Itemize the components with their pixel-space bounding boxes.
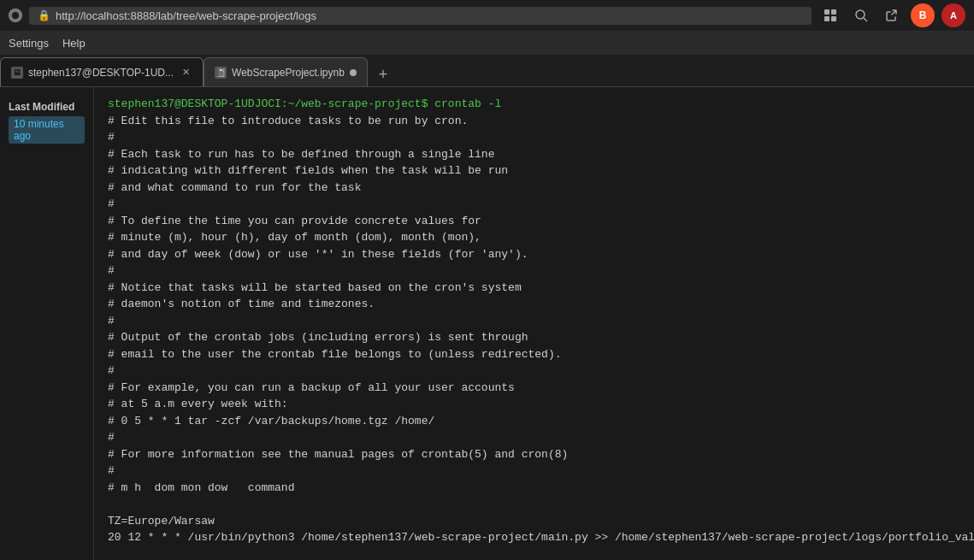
menu-bar: Settings Help: [0, 31, 974, 55]
svg-rect-2: [831, 9, 836, 15]
zoom-button[interactable]: [849, 3, 873, 27]
sidebar-last-modified: Last Modified 10 minutes ago: [0, 94, 93, 150]
terminal-line-13: # Output of the crontab jobs (including …: [108, 329, 960, 346]
terminal-line-17: # at 5 a.m every week with:: [108, 396, 960, 413]
terminal-line-3: # indicating with different fields when …: [108, 162, 960, 180]
svg-point-5: [856, 10, 865, 19]
terminal-line-20: # For more information see the manual pa…: [108, 446, 960, 463]
address-bar[interactable]: 🔒 http://localhost:8888/lab/tree/web-scr…: [29, 7, 812, 25]
new-tab-button[interactable]: +: [371, 62, 395, 86]
terminal-line-15: #: [108, 363, 960, 380]
terminal-line-9: #: [108, 262, 960, 280]
tab-notebook[interactable]: 📓 WebScrapeProject.ipynb: [204, 57, 368, 86]
terminal-line-6: # To define the time you can provide con…: [108, 213, 960, 230]
main-content: Last Modified 10 minutes ago stephen137@…: [0, 87, 974, 560]
terminal-line-10: # Notice that tasks will be started base…: [108, 280, 960, 297]
terminal-area[interactable]: stephen137@DESKTOP-1UDJOCI:~/web-scrape-…: [94, 87, 974, 560]
terminal-line-4: # and what command to run for the task: [108, 180, 960, 197]
terminal-line-5: #: [108, 196, 960, 213]
extensions-button[interactable]: [818, 3, 842, 27]
svg-point-0: [11, 11, 20, 20]
share-button[interactable]: [880, 3, 904, 27]
svg-rect-4: [831, 16, 836, 21]
terminal-line-16: # For example, you can run a backup of a…: [108, 380, 960, 397]
tab-notebook-favicon: 📓: [215, 67, 227, 79]
tab-notebook-label: WebScrapeProject.ipynb: [232, 67, 345, 79]
last-modified-value: 10 minutes ago: [9, 116, 85, 144]
terminal-line-8: # and day of week (dow) or use '*' in th…: [108, 246, 960, 263]
terminal-line-11: # daemon's notion of time and timezones.: [108, 296, 960, 313]
tab-terminal-close[interactable]: ✕: [179, 66, 192, 80]
menu-settings[interactable]: Settings: [9, 37, 49, 50]
browser-icon: [9, 9, 22, 22]
terminal-line-19: #: [108, 429, 960, 446]
tab-notebook-unsaved-dot: [350, 69, 357, 76]
svg-rect-3: [824, 16, 829, 21]
adblock-icon: A: [942, 3, 965, 27]
browser-chrome: 🔒 http://localhost:8888/lab/tree/web-scr…: [0, 0, 974, 55]
tab-terminal[interactable]: 🖥 stephen137@DESKTOP-1UD... ✕: [0, 57, 204, 86]
terminal-line-12: #: [108, 313, 960, 330]
terminal-blank: [108, 496, 960, 513]
last-modified-label: Last Modified: [9, 101, 85, 113]
tab-bar: 🖥 stephen137@DESKTOP-1UD... ✕ 📓 WebScrap…: [0, 55, 974, 87]
address-text: http://localhost:8888/lab/tree/web-scrap…: [56, 9, 316, 22]
browser-actions: B A: [818, 3, 965, 27]
brave-icon: B: [911, 3, 935, 27]
terminal-line-21: #: [108, 463, 960, 480]
terminal-prompt-1: stephen137@DESKTOP-1UDJOCI:~/web-scrape-…: [108, 96, 960, 113]
terminal-line-7: # minute (m), hour (h), day of month (do…: [108, 229, 960, 246]
terminal-line-1: #: [108, 129, 960, 146]
terminal-tz: TZ=Europe/Warsaw: [108, 513, 960, 530]
terminal-line-0: # Edit this file to introduce tasks to b…: [108, 113, 960, 130]
menu-help[interactable]: Help: [62, 37, 86, 50]
terminal-prompt-2: stephen137@DESKTOP-1UDJOCI:~/web-scrape-…: [108, 546, 960, 561]
tab-terminal-label: stephen137@DESKTOP-1UD...: [28, 67, 174, 79]
title-bar: 🔒 http://localhost:8888/lab/tree/web-scr…: [0, 0, 974, 31]
svg-line-6: [864, 18, 867, 21]
terminal-line-2: # Each task to run has to be defined thr…: [108, 146, 960, 163]
terminal-cron: 20 12 * * * /usr/bin/python3 /home/steph…: [108, 529, 960, 546]
lock-icon: 🔒: [38, 9, 50, 21]
sidebar: Last Modified 10 minutes ago: [0, 87, 94, 560]
svg-rect-1: [824, 9, 829, 15]
tab-terminal-favicon: 🖥: [11, 67, 23, 79]
terminal-line-14: # email to the user the crontab file bel…: [108, 346, 960, 363]
terminal-line-22: # m h dom mon dow command: [108, 480, 960, 497]
terminal-line-18: # 0 5 * * 1 tar -zcf /var/backups/home.t…: [108, 413, 960, 430]
